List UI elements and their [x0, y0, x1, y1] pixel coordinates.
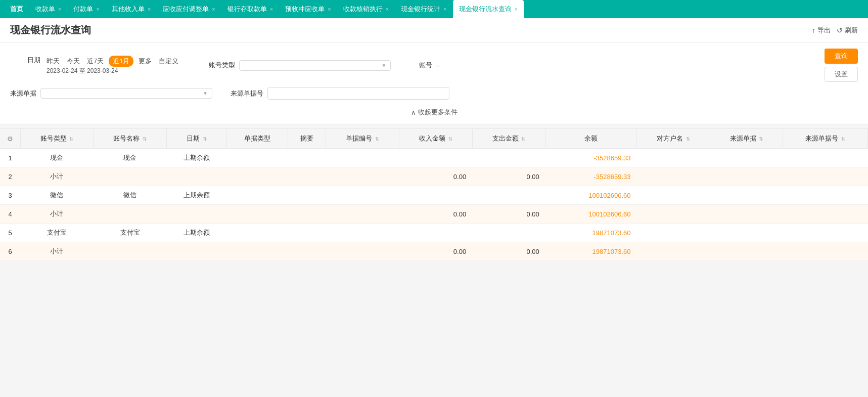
- cell-source-doc-no: [783, 224, 868, 242]
- nav-item-cash-flow-query[interactable]: 现金银行流水查询 ×: [453, 0, 524, 18]
- cell-doc-type: [227, 167, 288, 186]
- nav-item-other-income[interactable]: 其他收入单 ×: [106, 0, 157, 18]
- table-row[interactable]: 6小计0.000.0019871073.60: [0, 242, 868, 261]
- source-doc-filter: 来源单据 ▼: [10, 88, 212, 99]
- nav-item-ar-ap-adjust-close[interactable]: ×: [212, 6, 215, 12]
- table-row[interactable]: 3微信微信上期余额100102606.60: [0, 186, 868, 205]
- table-row[interactable]: 1现金现金上期余额-3528659.33: [0, 149, 868, 167]
- nav-item-payment[interactable]: 付款单 ×: [67, 0, 105, 18]
- nav-item-cash-stats[interactable]: 现金银行统计 ×: [395, 0, 452, 18]
- nav-item-ar-ap-adjust[interactable]: 应收应付调整单 ×: [157, 0, 221, 18]
- cell-account-name: [94, 205, 167, 224]
- collapse-label: 收起更多条件: [418, 108, 458, 117]
- query-button[interactable]: 查询: [825, 49, 858, 64]
- date-opt-today[interactable]: 今天: [65, 56, 82, 67]
- nav-item-ar-ap-adjust-label: 应收应付调整单: [163, 5, 209, 14]
- nav-item-advance-offset[interactable]: 预收冲应收单 ×: [279, 0, 337, 18]
- sort-icon-account-name: ⇅: [143, 136, 147, 142]
- account-filter: 账号 ···: [419, 61, 816, 70]
- nav-item-cash-stats-label: 现金银行统计: [401, 5, 440, 14]
- cell-doc-type: [227, 205, 288, 224]
- nav-item-cash-flow-query-close[interactable]: ×: [515, 6, 518, 12]
- date-opt-custom[interactable]: 自定义: [157, 56, 180, 67]
- col-counterpart[interactable]: 对方户名 ⇅: [637, 129, 710, 149]
- nav-item-other-income-close[interactable]: ×: [148, 6, 151, 12]
- export-button[interactable]: ↑ 导出: [812, 26, 831, 35]
- nav-item-payment-close[interactable]: ×: [96, 6, 99, 12]
- col-counterpart-label: 对方户名: [657, 135, 683, 142]
- cell-income: [399, 224, 472, 242]
- cell-doc-type: [227, 224, 288, 242]
- cell-source-doc: [710, 205, 783, 224]
- cell-balance: 19871073.60: [545, 242, 637, 261]
- table-row[interactable]: 2小计0.000.00-3528659.33: [0, 167, 868, 186]
- date-opt-more[interactable]: 更多: [136, 56, 154, 67]
- account-more-icon[interactable]: ···: [436, 62, 442, 69]
- cell-source-doc: [710, 224, 783, 242]
- cell-account-type: 小计: [20, 205, 94, 224]
- cell-doc-no: [326, 186, 399, 205]
- cell-counterpart: [637, 186, 710, 205]
- cell-row-num: 2: [0, 167, 20, 186]
- nav-item-home[interactable]: 首页: [4, 0, 29, 18]
- cell-date: [166, 205, 226, 224]
- cell-counterpart: [637, 205, 710, 224]
- date-opt-yesterday[interactable]: 昨天: [44, 56, 62, 67]
- cell-summary: [288, 242, 326, 261]
- cell-row-num: 3: [0, 186, 20, 205]
- col-expense-label: 支出金额: [492, 135, 519, 142]
- sort-icon-account-type: ⇅: [69, 136, 73, 142]
- cell-row-num: 5: [0, 224, 20, 242]
- sort-icon-income: ⇅: [448, 136, 452, 142]
- col-source-doc[interactable]: 来源单据 ⇅: [710, 129, 783, 149]
- nav-item-receipt-label: 收款单: [35, 5, 55, 14]
- nav-item-bank-deposit-close[interactable]: ×: [270, 6, 273, 12]
- cell-source-doc-no: [783, 242, 868, 261]
- collapse-bar[interactable]: ∧ 收起更多条件: [10, 105, 858, 118]
- nav-item-receipt-verify[interactable]: 收款核销执行 ×: [337, 0, 395, 18]
- header-actions: ↑ 导出 ↺ 刷新: [812, 26, 858, 35]
- col-date[interactable]: 日期 ⇅: [166, 129, 226, 149]
- cell-date: 上期余额: [166, 186, 226, 205]
- table-row[interactable]: 5支付宝支付宝上期余额19871073.60: [0, 224, 868, 242]
- nav-item-receipt[interactable]: 收款单 ×: [29, 0, 67, 18]
- table-row[interactable]: 4小计0.000.00100102606.60: [0, 205, 868, 224]
- nav-item-advance-offset-close[interactable]: ×: [328, 6, 331, 12]
- col-expense[interactable]: 支出金额 ⇅: [472, 129, 545, 149]
- cell-account-type: 小计: [20, 242, 94, 261]
- cell-balance: -3528659.33: [545, 149, 637, 167]
- filter-buttons: 查询 设置: [825, 49, 858, 82]
- col-account-type[interactable]: 账号类型 ⇅: [20, 129, 94, 149]
- cell-date: 上期余额: [166, 149, 226, 167]
- settings-button[interactable]: 设置: [825, 67, 858, 82]
- export-icon: ↑: [812, 26, 815, 34]
- nav-item-receipt-verify-label: 收款核销执行: [343, 5, 383, 14]
- source-doc-chevron-icon: ▼: [203, 91, 208, 96]
- source-doc-no-input[interactable]: [267, 87, 449, 100]
- account-type-select[interactable]: ▼: [239, 60, 391, 71]
- date-opt-7days[interactable]: 近7天: [85, 56, 106, 67]
- col-source-doc-no[interactable]: 来源单据号 ⇅: [783, 129, 868, 149]
- refresh-button[interactable]: ↺ 刷新: [837, 26, 858, 35]
- source-doc-select[interactable]: ▼: [40, 88, 212, 99]
- cell-source-doc: [710, 242, 783, 261]
- gear-icon[interactable]: ⚙: [7, 135, 13, 143]
- nav-item-bank-deposit[interactable]: 银行存取款单 ×: [221, 0, 279, 18]
- cell-doc-no: [326, 205, 399, 224]
- nav-item-cash-flow-query-label: 现金银行流水查询: [459, 5, 512, 14]
- date-opt-1month[interactable]: 近1月: [109, 56, 133, 67]
- cell-expense: [472, 149, 545, 167]
- col-doc-no[interactable]: 单据编号 ⇅: [326, 129, 399, 149]
- cell-date: 上期余额: [166, 224, 226, 242]
- cell-account-name: [94, 167, 167, 186]
- col-source-doc-label: 来源单据: [730, 135, 756, 142]
- col-income[interactable]: 收入金额 ⇅: [399, 129, 472, 149]
- nav-item-cash-stats-close[interactable]: ×: [443, 6, 446, 12]
- nav-item-receipt-close[interactable]: ×: [58, 6, 61, 12]
- cell-account-type: 支付宝: [20, 224, 94, 242]
- table-area: ⚙ 账号类型 ⇅ 账号名称 ⇅ 日期 ⇅ 单据类型 摘要: [0, 128, 868, 261]
- cell-account-name: 微信: [94, 186, 167, 205]
- col-account-name[interactable]: 账号名称 ⇅: [94, 129, 167, 149]
- cell-counterpart: [637, 224, 710, 242]
- nav-item-receipt-verify-close[interactable]: ×: [386, 6, 389, 12]
